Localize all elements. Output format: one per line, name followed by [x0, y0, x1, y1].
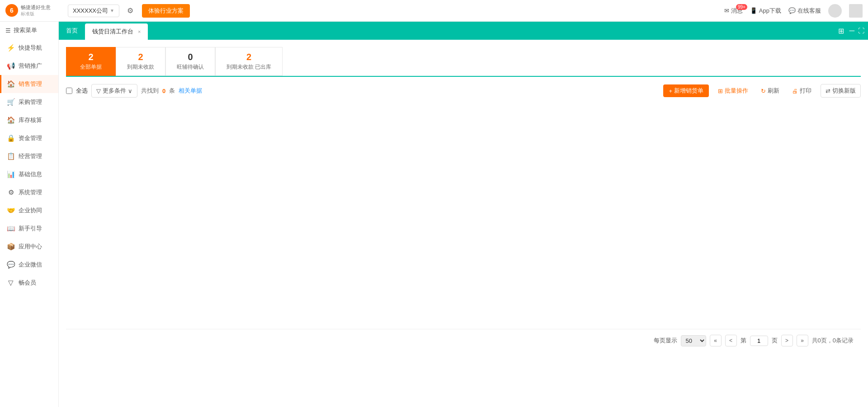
search-icon: ☰	[5, 27, 11, 34]
print-label: 打印	[800, 87, 811, 95]
stats-tabs: 2 全部单据 2 到期未收款 0 旺辅待确认 2 到期未收款 已出库	[66, 47, 861, 77]
stat-num-all: 2	[77, 52, 104, 62]
company-selector[interactable]: XXXXXX公司 ▼	[68, 5, 119, 17]
sidebar-item-basic-info[interactable]: 📊 基础信息	[0, 165, 58, 183]
switch-label: 切换新版	[832, 87, 856, 95]
sidebar-search[interactable]: ☰ 搜索菜单	[0, 22, 58, 39]
app-download-label: App下载	[759, 7, 781, 15]
sidebar-label-app-center: 应用中心	[19, 243, 42, 251]
sidebar-item-wechat[interactable]: 💬 企业微信	[0, 256, 58, 274]
add-sales-order-button[interactable]: + 新增销货单	[663, 84, 709, 97]
next-page-button[interactable]: >	[781, 335, 793, 346]
sidebar-label-quick-nav: 快捷导航	[19, 44, 42, 52]
tab-workbench[interactable]: 钱货日清工作台 ×	[85, 23, 148, 40]
refresh-label: 刷新	[768, 87, 779, 95]
switch-new-button[interactable]: ⇄ 切换新版	[821, 84, 861, 98]
page-suffix: 页	[772, 337, 778, 345]
stat-label-pending: 旺辅待确认	[177, 63, 204, 71]
sidebar-label-purchase: 采购管理	[19, 98, 42, 106]
print-button[interactable]: 🖨 打印	[788, 84, 815, 97]
sidebar-label-basic-info: 基础信息	[19, 170, 42, 178]
maximize-icon[interactable]: ⛶	[858, 27, 864, 34]
toolbar-left: 全选 ▽ 更多条件 ∨ 共找到 0 条 相关单据	[66, 84, 202, 98]
found-unit: 条	[169, 87, 175, 95]
app-download-button[interactable]: 📱 App下载	[750, 7, 781, 15]
stat-num-overdue: 2	[127, 52, 154, 62]
sidebar-item-marketing[interactable]: 📢 营销推广	[0, 57, 58, 75]
basic-info-icon: 📊	[7, 170, 15, 178]
tab-home[interactable]: 首页	[59, 22, 85, 40]
stat-num-pending: 0	[177, 52, 204, 62]
sidebar-label-member: 畅会员	[19, 279, 36, 287]
sidebar-item-cooperation[interactable]: 🤝 企业协同	[0, 201, 58, 220]
sidebar-item-sales[interactable]: 🏠 销售管理	[0, 75, 58, 93]
filter-arrow-icon: ∨	[128, 88, 132, 94]
logo-area: 6 畅捷通好生意 标准版	[5, 4, 64, 17]
sidebar-item-app-center[interactable]: 📦 应用中心	[0, 238, 58, 256]
sidebar-item-finance[interactable]: 🔒 资金管理	[0, 129, 58, 147]
sidebar-item-inventory[interactable]: 🏠 库存核算	[0, 111, 58, 129]
expand-tabs-button[interactable]: ⊞	[833, 27, 849, 35]
pagination: 每页显示 50 100 « < 第 页 > » 共0页，0条记录	[66, 329, 861, 352]
message-icon: ✉	[724, 7, 729, 14]
home-tab-label: 首页	[66, 27, 78, 35]
main-content: 2 全部单据 2 到期未收款 0 旺辅待确认 2 到期未收款 已出库 全选	[59, 40, 868, 407]
page-input[interactable]	[750, 336, 768, 346]
sidebar-item-member[interactable]: ▽ 畅会员	[0, 274, 58, 292]
stat-num-overdue-out: 2	[226, 52, 271, 62]
message-button[interactable]: ✉ 消息 99+	[724, 7, 743, 15]
stat-tab-pending[interactable]: 0 旺辅待确认	[165, 47, 215, 76]
select-all-label: 全选	[76, 87, 88, 95]
online-service-label: 在线客服	[797, 7, 821, 15]
per-page-label: 每页显示	[654, 337, 677, 345]
found-prefix: 共找到	[141, 87, 159, 95]
app-center-icon: 📦	[7, 243, 15, 251]
sidebar-label-inventory: 库存核算	[19, 116, 42, 124]
stat-tab-overdue[interactable]: 2 到期未收款	[116, 47, 165, 76]
last-page-button[interactable]: »	[797, 335, 808, 346]
avatar[interactable]	[828, 4, 842, 18]
first-page-button[interactable]: «	[710, 335, 722, 346]
stat-tab-all[interactable]: 2 全部单据	[66, 47, 116, 76]
online-service-button[interactable]: 💬 在线客服	[788, 7, 821, 15]
sidebar-item-guide[interactable]: 📖 新手引导	[0, 220, 58, 238]
cooperation-icon: 🤝	[7, 206, 15, 215]
logo-name: 畅捷通好生意	[21, 4, 51, 10]
sidebar-label-cooperation: 企业协同	[19, 206, 42, 215]
settings-icon[interactable]: ⚙	[123, 4, 137, 18]
filter-button[interactable]: ▽ 更多条件 ∨	[91, 84, 137, 98]
system-icon: ⚙	[7, 188, 15, 196]
per-page-select[interactable]: 50 100	[681, 335, 706, 346]
sidebar-item-purchase[interactable]: 🛒 采购管理	[0, 93, 58, 111]
filter-icon: ▽	[96, 88, 101, 94]
sales-icon: 🏠	[7, 80, 15, 88]
sidebar-item-quick-nav[interactable]: ⚡ 快捷导航	[0, 39, 58, 57]
close-tab-icon[interactable]: ×	[138, 29, 141, 34]
add-label: 新增销货单	[674, 87, 703, 95]
top-bar: 6 畅捷通好生意 标准版 XXXXXX公司 ▼ ⚙ 体验行业方案 ✉ 消息 99…	[0, 0, 868, 22]
sidebar-item-operations[interactable]: 📋 经营管理	[0, 147, 58, 165]
expand-icon: ⊞	[838, 27, 844, 35]
logo-version: 标准版	[21, 11, 51, 17]
stat-label-overdue-out: 到期未收款 已出库	[226, 63, 271, 71]
add-icon: +	[669, 88, 672, 94]
sidebar-label-system: 系统管理	[19, 188, 42, 196]
top-right: ✉ 消息 99+ 📱 App下载 💬 在线客服	[724, 4, 863, 18]
sidebar-label-wechat: 企业微信	[19, 261, 42, 269]
found-link[interactable]: 相关单据	[179, 87, 202, 95]
found-count: 0	[162, 88, 165, 94]
print-icon: 🖨	[792, 88, 798, 94]
marketing-icon: 📢	[7, 62, 15, 70]
minimize-icon[interactable]: ─	[849, 27, 854, 35]
sidebar-label-finance: 资金管理	[19, 134, 42, 142]
sidebar-label-guide: 新手引导	[19, 225, 42, 233]
refresh-button[interactable]: ↻ 刷新	[757, 84, 783, 97]
trial-button[interactable]: 体验行业方案	[142, 4, 190, 18]
filter-label: 更多条件	[103, 87, 126, 95]
prev-page-button[interactable]: <	[725, 335, 737, 346]
sidebar-item-system[interactable]: ⚙ 系统管理	[0, 183, 58, 201]
user-menu[interactable]	[849, 4, 863, 18]
stat-tab-overdue-out[interactable]: 2 到期未收款 已出库	[215, 47, 283, 76]
select-all-checkbox[interactable]	[66, 88, 72, 94]
batch-operation-button[interactable]: ⊞ 批量操作	[714, 84, 752, 97]
